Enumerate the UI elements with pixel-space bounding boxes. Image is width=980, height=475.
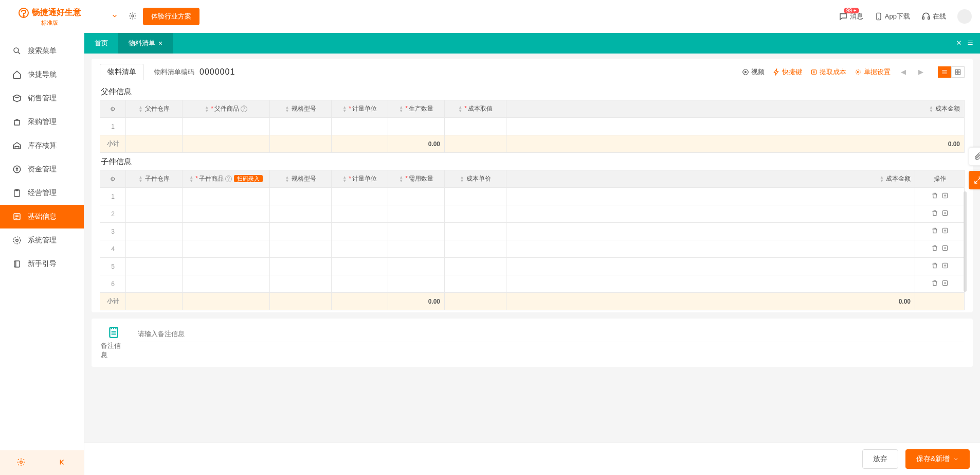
add-row-icon[interactable] — [941, 227, 949, 236]
close-icon[interactable]: × — [158, 39, 162, 47]
discard-button[interactable]: 放弃 — [862, 449, 898, 469]
attachment-tab[interactable] — [969, 147, 980, 166]
svg-rect-20 — [958, 72, 960, 74]
more-tabs-icon[interactable] — [967, 39, 974, 48]
gear-icon[interactable]: ⚙ — [110, 105, 116, 113]
sidebar-item-quicknav[interactable]: 快捷导航 — [0, 63, 84, 86]
table-row[interactable]: 5 — [100, 258, 965, 275]
box-icon — [12, 94, 22, 103]
gear-icon[interactable] — [129, 12, 137, 22]
sidebar-item-system[interactable]: 系统管理 — [0, 228, 84, 252]
home-icon — [12, 70, 22, 79]
shortcut-button[interactable]: 快捷键 — [773, 67, 802, 77]
demo-industry-button[interactable]: 体验行业方案 — [143, 8, 199, 25]
sidebar-item-label: 新手引导 — [28, 259, 57, 269]
phone-icon — [875, 12, 883, 21]
gear-icon[interactable]: ⚙ — [110, 175, 116, 183]
prev-doc-icon[interactable]: ◀ — [899, 68, 908, 76]
col-child-costamount[interactable]: ▲▼成本金额 — [506, 170, 915, 188]
action-label: 快捷键 — [782, 67, 802, 77]
delete-row-icon[interactable] — [931, 244, 938, 253]
sidebar-item-finance[interactable]: 资金管理 — [0, 157, 84, 181]
tab-bom[interactable]: 物料清单× — [118, 33, 173, 54]
help-icon[interactable]: ? — [225, 175, 232, 182]
col-parent-product[interactable]: ▲▼*父件商品? — [183, 100, 270, 118]
expand-tab[interactable] — [969, 171, 980, 189]
extract-cost-button[interactable]: 提取成本 — [810, 67, 846, 77]
next-doc-icon[interactable]: ▶ — [916, 68, 925, 76]
delete-row-icon[interactable] — [931, 279, 938, 288]
add-row-icon[interactable] — [941, 279, 949, 288]
scrollbar[interactable] — [964, 191, 967, 292]
svg-rect-18 — [958, 69, 960, 72]
table-row[interactable]: 2 — [100, 205, 965, 223]
scan-input-tag[interactable]: 扫码录入 — [234, 175, 263, 182]
child-subtotal-row: 小计 0.00 0.00 — [100, 293, 965, 310]
video-button[interactable]: 视频 — [742, 67, 765, 77]
sidebar-item-sales[interactable]: 销售管理 — [0, 86, 84, 110]
app-download-button[interactable]: App下载 — [875, 12, 910, 21]
messages-button[interactable]: 消息 99 + — [839, 12, 863, 21]
add-row-icon[interactable] — [941, 262, 949, 271]
col-parent-costget[interactable]: ▲▼*成本取值 — [445, 100, 506, 118]
col-child-needqty[interactable]: ▲▼*需用数量 — [388, 170, 445, 188]
action-label: 单据设置 — [864, 67, 891, 77]
messages-badge: 99 + — [844, 8, 859, 13]
col-child-unit[interactable]: ▲▼*计量单位 — [332, 170, 388, 188]
delete-row-icon[interactable] — [931, 262, 938, 271]
sidebar-item-operation[interactable]: 经营管理 — [0, 181, 84, 205]
chevron-down-icon — [953, 456, 959, 462]
child-subtotal-qty: 0.00 — [388, 293, 445, 310]
help-icon[interactable]: ? — [241, 105, 247, 112]
view-list-icon[interactable] — [938, 66, 951, 78]
child-subtotal-amount: 0.00 — [506, 293, 915, 310]
sidebar-item-basicinfo[interactable]: 基础信息 — [0, 205, 84, 228]
svg-rect-17 — [955, 69, 957, 72]
col-child-spec[interactable]: ▲▼规格型号 — [270, 170, 332, 188]
remarks-input[interactable] — [138, 326, 964, 342]
add-row-icon[interactable] — [941, 209, 949, 218]
sidebar-item-guide[interactable]: 新手引导 — [0, 252, 84, 276]
cost-icon — [810, 68, 818, 76]
table-row[interactable]: 4 — [100, 240, 965, 258]
store-selector[interactable] — [111, 12, 137, 22]
subtotal-label: 小计 — [100, 135, 126, 153]
save-and-new-button[interactable]: 保存&新增 — [905, 449, 970, 469]
table-row[interactable]: 6 — [100, 275, 965, 293]
add-row-icon[interactable] — [941, 244, 949, 253]
col-child-unitcost[interactable]: ▲▼成本单价 — [445, 170, 506, 188]
footer-actions: 放弃 保存&新增 — [84, 443, 980, 475]
table-row[interactable]: 1 — [100, 188, 965, 205]
table-row[interactable]: 1 — [100, 118, 965, 135]
col-child-warehouse[interactable]: ▲▼子件仓库 — [126, 170, 183, 188]
add-row-icon[interactable] — [941, 192, 949, 201]
col-parent-unit[interactable]: ▲▼*计量单位 — [332, 100, 388, 118]
settings-footer-icon[interactable] — [16, 458, 26, 468]
delete-row-icon[interactable] — [931, 227, 938, 236]
close-all-icon[interactable] — [955, 39, 963, 48]
delete-row-icon[interactable] — [931, 209, 938, 218]
document-panel: 物料清单 物料清单编码 0000001 视频 快捷键 提取成本 单据设置 ◀ ▶ — [92, 59, 973, 312]
view-card-icon[interactable] — [951, 66, 965, 78]
collapse-sidebar-icon[interactable] — [58, 458, 67, 468]
col-parent-qty[interactable]: ▲▼*生产数量 — [388, 100, 445, 118]
sidebar-item-inventory[interactable]: 库存核算 — [0, 134, 84, 157]
table-row[interactable]: 3 — [100, 223, 965, 240]
sidebar-item-purchase[interactable]: 采购管理 — [0, 110, 84, 134]
sidebar-item-label: 搜索菜单 — [28, 46, 57, 56]
col-parent-spec[interactable]: ▲▼规格型号 — [270, 100, 332, 118]
tab-home[interactable]: 首页 — [84, 33, 118, 54]
svg-rect-5 — [928, 17, 930, 20]
online-support-button[interactable]: 在线 — [921, 12, 946, 21]
action-label: 视频 — [751, 67, 765, 77]
delete-row-icon[interactable] — [931, 192, 938, 201]
avatar[interactable] — [957, 9, 972, 24]
bolt-icon — [773, 68, 780, 76]
col-parent-costamount[interactable]: ▲▼成本金额 — [506, 100, 965, 118]
sidebar-item-search[interactable]: 搜索菜单 — [0, 39, 84, 63]
chevron-down-icon[interactable] — [111, 12, 118, 21]
doc-settings-button[interactable]: 单据设置 — [855, 67, 891, 77]
col-parent-warehouse[interactable]: ▲▼父件仓库 — [126, 100, 183, 118]
doc-subtab[interactable]: 物料清单 — [100, 64, 144, 80]
col-child-product[interactable]: ▲▼*子件商品?扫码录入 — [183, 170, 270, 188]
